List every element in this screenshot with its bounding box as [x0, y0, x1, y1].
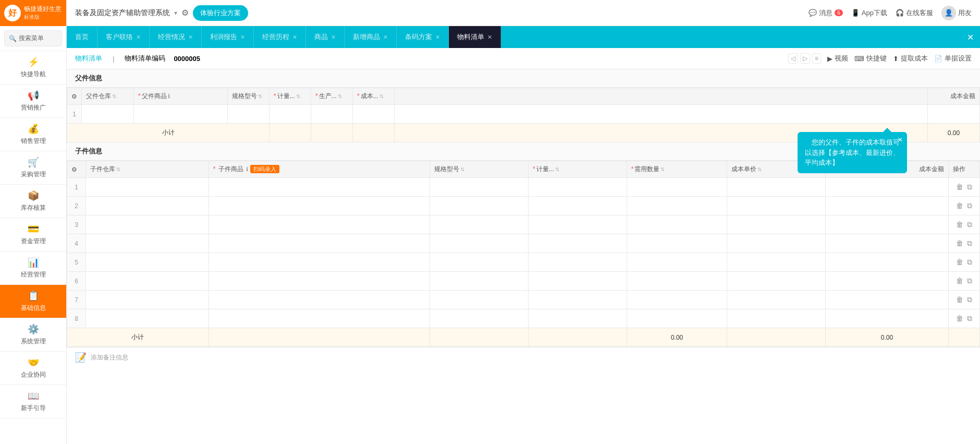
child-cell-qty-5[interactable]	[627, 253, 727, 272]
child-cell-qty-1[interactable]	[627, 178, 727, 197]
child-cell-product-1[interactable]	[209, 178, 430, 197]
user-action[interactable]: 👤 用友	[941, 6, 972, 20]
child-cell-qty-4[interactable]	[627, 234, 727, 253]
parent-cell-product-1[interactable]	[134, 105, 228, 124]
tab-close-new-goods[interactable]: ✕	[383, 34, 388, 41]
child-cell-product-6[interactable]	[209, 272, 430, 291]
scan-input-badge[interactable]: 扫码录入	[250, 165, 279, 173]
delete-row-2-button[interactable]: 🗑	[955, 200, 964, 211]
child-cell-price-1[interactable]	[727, 178, 826, 197]
child-cell-qty-8[interactable]	[627, 309, 727, 328]
shortcut-action[interactable]: ⌨ 快捷键	[854, 54, 887, 63]
parent-cell-cost-1[interactable]	[353, 105, 395, 124]
child-cell-warehouse-4[interactable]	[86, 234, 209, 253]
sidebar-item-system[interactable]: ⚙️ 系统管理	[0, 318, 66, 352]
child-cell-qty-7[interactable]	[627, 291, 727, 309]
child-cell-warehouse-6[interactable]	[86, 272, 209, 291]
child-cell-unit-6[interactable]	[529, 272, 627, 291]
delete-row-3-button[interactable]: 🗑	[955, 219, 964, 230]
sidebar-item-quick-nav[interactable]: ⚡ 快捷导航	[0, 51, 66, 85]
child-cell-price-5[interactable]	[727, 253, 826, 272]
child-cell-warehouse-5[interactable]	[86, 253, 209, 272]
child-info-product-icon[interactable]: ℹ	[246, 166, 248, 172]
child-cell-price-8[interactable]	[727, 309, 826, 328]
child-th-warehouse[interactable]: 子件仓库⇅	[86, 161, 209, 178]
search-menu-button[interactable]: 🔍 搜索菜单	[4, 30, 62, 46]
delete-row-7-button[interactable]: 🗑	[955, 294, 964, 305]
parent-th-warehouse[interactable]: 父件仓库⇅	[82, 88, 134, 105]
sidebar-item-finance[interactable]: 💳 资金管理	[0, 218, 66, 251]
child-cell-unit-2[interactable]	[529, 197, 627, 215]
tab-profit[interactable]: 利润报告 ✕	[202, 26, 254, 48]
bottom-bar-text[interactable]: 添加备注信息	[91, 353, 128, 362]
parent-cell-warehouse-1[interactable]	[82, 105, 134, 124]
copy-row-1-button[interactable]: ⧉	[966, 182, 973, 193]
child-cell-warehouse-1[interactable]	[86, 178, 209, 197]
info-product-icon[interactable]: ℹ	[168, 93, 170, 99]
tab-close-history[interactable]: ✕	[292, 34, 297, 41]
child-cell-product-8[interactable]	[209, 309, 430, 328]
delete-row-6-button[interactable]: 🗑	[955, 275, 964, 286]
child-cell-qty-2[interactable]	[627, 197, 727, 215]
child-cell-product-5[interactable]	[209, 253, 430, 272]
delete-row-8-button[interactable]: 🗑	[955, 313, 964, 323]
child-cell-warehouse-2[interactable]	[86, 197, 209, 215]
sidebar-item-purchase[interactable]: 🛒 采购管理	[0, 151, 66, 185]
delete-row-5-button[interactable]: 🗑	[955, 257, 964, 267]
sidebar-item-guide[interactable]: 📖 新手引导	[0, 385, 66, 418]
tab-close-profit[interactable]: ✕	[240, 34, 245, 41]
parent-cell-produce-1[interactable]	[311, 105, 353, 124]
child-cell-unit-4[interactable]	[529, 234, 627, 253]
tab-close-bom[interactable]: ✕	[487, 34, 492, 41]
child-cell-price-4[interactable]	[727, 234, 826, 253]
tab-barcode[interactable]: 条码方案 ✕	[397, 26, 449, 48]
copy-row-3-button[interactable]: ⧉	[966, 219, 973, 230]
sidebar-item-operations[interactable]: 📊 经营管理	[0, 251, 66, 285]
delete-row-4-button[interactable]: 🗑	[955, 238, 964, 248]
copy-row-5-button[interactable]: ⧉	[966, 257, 973, 268]
tab-history[interactable]: 经营历程 ✕	[254, 26, 306, 48]
child-cell-spec-3[interactable]	[430, 215, 529, 234]
parent-th-produce[interactable]: *生产...⇅	[311, 88, 353, 105]
child-cell-product-4[interactable]	[209, 234, 430, 253]
parent-th-product[interactable]: *父件商品ℹ	[134, 88, 228, 105]
sidebar-item-enterprise[interactable]: 🤝 企业协同	[0, 352, 66, 385]
parent-th-settings[interactable]: ⚙	[67, 88, 82, 105]
child-cell-spec-4[interactable]	[430, 234, 529, 253]
parent-cell-unit-1[interactable]	[270, 105, 311, 124]
message-action[interactable]: 💬 消息 6	[808, 8, 843, 18]
child-cell-spec-5[interactable]	[430, 253, 529, 272]
sidebar-item-inventory[interactable]: 📦 库存核算	[0, 185, 66, 218]
child-cell-warehouse-3[interactable]	[86, 215, 209, 234]
child-cell-unit-5[interactable]	[529, 253, 627, 272]
child-cell-spec-6[interactable]	[430, 272, 529, 291]
delete-row-1-button[interactable]: 🗑	[955, 182, 964, 192]
tab-goods[interactable]: 商品 ✕	[306, 26, 345, 48]
child-cell-spec-1[interactable]	[430, 178, 529, 197]
nav-list-button[interactable]: ≡	[812, 53, 821, 64]
sidebar-item-sales[interactable]: 💰 销售管理	[0, 118, 66, 151]
child-th-unit[interactable]: *计量...⇅	[529, 161, 627, 178]
child-cell-qty-6[interactable]	[627, 272, 727, 291]
tab-new-goods[interactable]: 新增商品 ✕	[345, 26, 397, 48]
tab-bom[interactable]: 物料清单 ✕	[449, 26, 501, 48]
child-cell-warehouse-8[interactable]	[86, 309, 209, 328]
single-settings-action[interactable]: 📄 单据设置	[934, 54, 972, 63]
settings-icon[interactable]: ⚙	[181, 8, 189, 18]
child-cell-product-3[interactable]	[209, 215, 430, 234]
copy-row-2-button[interactable]: ⧉	[966, 200, 973, 211]
child-cell-price-2[interactable]	[727, 197, 826, 215]
child-cell-price-7[interactable]	[727, 291, 826, 309]
child-cell-spec-7[interactable]	[430, 291, 529, 309]
child-cell-price-3[interactable]	[727, 215, 826, 234]
parent-th-spec[interactable]: 规格型号⇅	[228, 88, 270, 105]
parent-cell-spec-1[interactable]	[228, 105, 270, 124]
child-cell-spec-8[interactable]	[430, 309, 529, 328]
copy-row-8-button[interactable]: ⧉	[966, 313, 973, 324]
child-cell-product-7[interactable]	[209, 291, 430, 309]
nav-prev-button[interactable]: ◁	[788, 53, 798, 64]
child-th-qty[interactable]: *需用数量⇅	[627, 161, 727, 178]
view-action[interactable]: ▶ 视频	[827, 54, 848, 63]
copy-row-4-button[interactable]: ⧉	[966, 238, 973, 249]
child-th-product[interactable]: * 子件商品 ℹ 扫码录入	[209, 161, 430, 178]
